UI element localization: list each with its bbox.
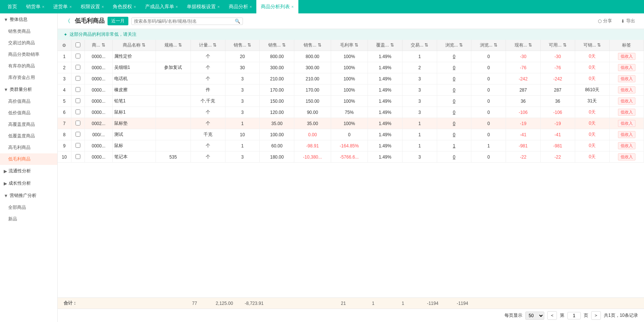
cell-checkbox[interactable] [71, 107, 84, 118]
col-checkbox[interactable] [71, 40, 84, 51]
sidebar-item-traded-goods[interactable]: 交易过的商品 [0, 37, 57, 49]
nav-close-goods-analysis[interactable]: × [250, 4, 252, 9]
cell-browse1[interactable]: 0 [437, 129, 471, 140]
export-btn[interactable]: ⬇ 导出 [618, 16, 638, 26]
cell-browse1[interactable]: 0 [437, 51, 471, 62]
nav-sales[interactable]: 销货单 × [22, 0, 49, 13]
col-sales-qty[interactable]: 销售... ⇅ [225, 40, 260, 51]
nav-close-finished-goods[interactable]: × [176, 4, 178, 9]
row-checkbox[interactable] [76, 143, 80, 148]
sidebar-item-low-value[interactable]: 低价值商品 [0, 107, 57, 119]
col-unit[interactable]: 计量... ⇅ [190, 40, 225, 51]
col-sales-amount[interactable]: 销售... ⇅ [294, 40, 331, 51]
cell-checkbox[interactable] [71, 140, 84, 152]
cell-name[interactable]: 吴细细1 [113, 62, 156, 73]
row-checkbox[interactable] [76, 121, 80, 125]
col-available[interactable]: 可用... ⇅ [541, 40, 575, 51]
cell-checkbox[interactable] [71, 85, 84, 96]
nav-template[interactable]: 单据模板设置 × [182, 0, 224, 13]
nav-close-purchase[interactable]: × [69, 4, 71, 9]
search-icon[interactable]: 🔍 [235, 19, 240, 24]
cell-browse1[interactable]: 0 [437, 73, 471, 85]
nav-role[interactable]: 角色授权 × [108, 0, 140, 13]
cell-name[interactable]: 鼠标垫 [113, 118, 156, 129]
col-sellable-days[interactable]: 可销... ⇅ [575, 40, 609, 51]
col-trade[interactable]: 交易... ⇅ [402, 40, 437, 51]
col-name[interactable]: 商品名称 ⇅ [113, 40, 156, 51]
search-input[interactable] [134, 19, 235, 24]
col-browse1[interactable]: 浏览... ⇅ [437, 40, 471, 51]
col-coverage[interactable]: 覆盖... ⇅ [368, 40, 403, 51]
cell-name[interactable]: 铅笔1 [113, 96, 156, 107]
sidebar-item-low-margin[interactable]: 低毛利商品 [0, 153, 57, 165]
row-checkbox[interactable] [76, 76, 80, 81]
cell-browse1[interactable]: 0 [437, 85, 471, 96]
sidebar-item-low-coverage[interactable]: 低覆盖度商品 [0, 130, 57, 142]
col-settings[interactable]: ⚙ [58, 40, 71, 51]
sidebar-item-category-rate[interactable]: 商品分类助销率 [0, 49, 57, 60]
sidebar-item-stocked-goods[interactable]: 有库存的商品 [0, 60, 57, 72]
nav-home[interactable]: 首页 [3, 0, 22, 13]
nav-close-goods-analysis-list[interactable]: × [291, 4, 294, 9]
cell-checkbox[interactable] [71, 152, 84, 163]
sidebar-item-high-margin[interactable]: 高毛利商品 [0, 142, 57, 153]
row-checkbox[interactable] [76, 132, 80, 137]
select-all-checkbox[interactable] [76, 42, 80, 47]
next-page-btn[interactable]: ＞ [591, 311, 601, 320]
cell-browse1[interactable]: 1 [437, 140, 471, 152]
sidebar-item-new-goods[interactable]: 新品 [0, 213, 57, 225]
cell-name[interactable]: 鼠标1 [113, 107, 156, 118]
sidebar-item-sales-goods[interactable]: 销售类商品 [0, 26, 57, 37]
sidebar-group-circulation[interactable]: ▶ 流通性分析 [0, 165, 57, 177]
nav-close-template[interactable]: × [217, 4, 220, 9]
prev-page-btn[interactable]: ＜ [547, 311, 557, 320]
col-tag[interactable]: 标签 [609, 40, 644, 51]
cell-checkbox[interactable] [71, 62, 84, 73]
cell-checkbox[interactable] [71, 51, 84, 62]
sidebar-item-all-goods[interactable]: 全部商品 [0, 202, 57, 213]
row-checkbox[interactable] [76, 87, 80, 92]
cell-checkbox[interactable] [71, 96, 84, 107]
filter-recent-month-btn[interactable]: 近一月 [108, 17, 128, 25]
sidebar-group-cluster[interactable]: ▼ 类群量分析 [0, 83, 57, 96]
sidebar-group-marketing[interactable]: ▼ 营销推广分析 [0, 189, 57, 202]
nav-permission[interactable]: 权限设置 × [76, 0, 108, 13]
per-page-select[interactable]: 50 100 200 [525, 312, 544, 320]
cell-name[interactable]: 笔记本 [113, 152, 156, 163]
cell-browse1[interactable]: 0 [437, 62, 471, 73]
sidebar-item-high-value[interactable]: 高价值商品 [0, 96, 57, 107]
col-sales-price[interactable]: 销售... ⇅ [260, 40, 294, 51]
cell-checkbox[interactable] [71, 129, 84, 140]
nav-goods-analysis-list[interactable]: 商品分析列表 × [256, 0, 298, 13]
cell-browse1[interactable]: 0 [437, 152, 471, 163]
nav-goods-analysis[interactable]: 商品分析 × [224, 0, 256, 13]
row-checkbox[interactable] [76, 109, 80, 114]
sidebar-item-high-coverage[interactable]: 高覆盖度商品 [0, 119, 57, 130]
cell-name[interactable]: 鼠标 [113, 140, 156, 152]
row-checkbox[interactable] [76, 154, 80, 159]
cell-name[interactable]: 属性定价 [113, 51, 156, 62]
sidebar-group-growth[interactable]: ▶ 成长性分析 [0, 177, 57, 189]
sidebar-collapse-btn[interactable]: 《 [64, 18, 72, 25]
col-gross-margin[interactable]: 毛利率 ⇅ [331, 40, 368, 51]
share-btn[interactable]: ⬡ 分享 [595, 16, 615, 26]
cell-checkbox[interactable] [71, 73, 84, 85]
sidebar-group-overall[interactable]: ▼ 整体信息 [0, 13, 57, 26]
cell-browse1[interactable]: 0 [437, 118, 471, 129]
row-checkbox[interactable] [76, 65, 80, 70]
col-code[interactable]: 商... ⇅ [84, 40, 112, 51]
cell-checkbox[interactable] [71, 118, 84, 129]
row-checkbox[interactable] [76, 54, 80, 58]
cell-name[interactable]: 电话机 [113, 73, 156, 85]
nav-finished-goods[interactable]: 产成品入库单 × [141, 0, 182, 13]
col-current-stock[interactable]: 现有... ⇅ [506, 40, 541, 51]
cell-browse1[interactable]: 0 [437, 96, 471, 107]
col-spec[interactable]: 规格... ⇅ [156, 40, 190, 51]
page-number-input[interactable] [567, 312, 581, 319]
col-browse2[interactable]: 浏览... ⇅ [471, 40, 506, 51]
nav-close-sales[interactable]: × [42, 4, 44, 9]
nav-close-role[interactable]: × [134, 4, 136, 9]
cell-browse1[interactable]: 0 [437, 107, 471, 118]
cell-name[interactable]: 橡皮擦 [113, 85, 156, 96]
row-checkbox[interactable] [76, 98, 80, 103]
